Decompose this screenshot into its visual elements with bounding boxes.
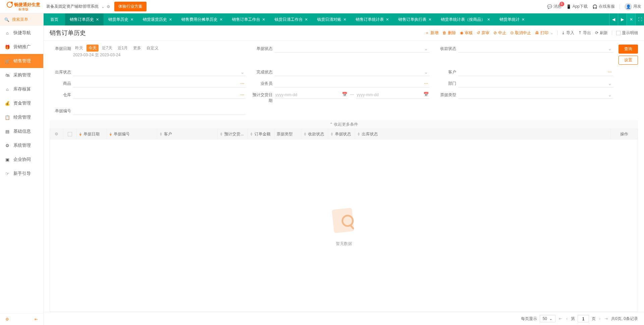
date-quick-3[interactable]: 近1月: [116, 45, 130, 52]
expect-date-from[interactable]: [275, 91, 348, 99]
page-input[interactable]: [578, 315, 589, 322]
date-quick-4[interactable]: 更多: [131, 45, 143, 52]
tab-10[interactable]: 销货单统计表（按商品）✕: [436, 13, 495, 25]
close-icon[interactable]: ✕: [220, 17, 223, 22]
collapse-filters[interactable]: ⌃ 收起更多条件: [50, 120, 638, 129]
filter-no-input[interactable]: [73, 107, 246, 115]
sidebar-search[interactable]: 🔍 搜索菜单: [0, 13, 43, 26]
calendar-icon[interactable]: 📅: [423, 92, 429, 97]
filter-pay-select[interactable]: [458, 45, 613, 53]
tab-4[interactable]: 销售费用分摊单历史✕: [177, 13, 227, 25]
tab-6[interactable]: 钱货日清工作台✕: [270, 13, 312, 25]
close-icon[interactable]: ✕: [386, 17, 389, 22]
settings-icon[interactable]: ⚙: [5, 317, 9, 322]
action-refresh[interactable]: ⟳刷新: [595, 30, 608, 36]
th-pay[interactable]: ▲▼收款状态: [301, 129, 328, 139]
messages-button[interactable]: 💬 消息 6: [547, 4, 562, 9]
filter-inv-select[interactable]: [458, 91, 613, 99]
date-quick-1[interactable]: 今天: [86, 45, 99, 52]
tabs-scroll-right[interactable]: ▶: [618, 13, 627, 25]
th-amt[interactable]: ▲▼订单金额: [248, 129, 275, 139]
close-icon[interactable]: ✕: [130, 17, 133, 22]
page-prev[interactable]: ‹: [566, 316, 568, 321]
sidebar-item-3[interactable]: 🛍采购管理: [0, 68, 43, 82]
sidebar-item-4[interactable]: ⌂库存核算: [0, 82, 43, 96]
th-date[interactable]: ▲▼单据日期: [77, 129, 107, 139]
action-export[interactable]: ⤒导出: [578, 30, 591, 36]
tab-3[interactable]: 销货退货历史✕: [138, 13, 177, 25]
sidebar-item-6[interactable]: 📋经营管理: [0, 110, 43, 124]
th-ostat[interactable]: ▲▼单据状态: [328, 129, 355, 139]
tab-11[interactable]: 销货单统计✕: [495, 13, 529, 25]
online-service-button[interactable]: 🎧 在线客服: [592, 4, 615, 9]
user-menu[interactable]: 👤 用友: [625, 3, 641, 10]
date-quick-2[interactable]: 近7天: [100, 45, 114, 52]
tab-7[interactable]: 钱货日清对账✕: [312, 13, 351, 25]
sidebar-item-7[interactable]: ▤基础信息: [0, 124, 43, 138]
filter-wh-picker[interactable]: [73, 91, 246, 99]
close-icon[interactable]: ✕: [487, 17, 490, 22]
action-audit[interactable]: ◉审核: [460, 30, 473, 36]
tab-9[interactable]: 销售订单执行表✕: [394, 13, 436, 25]
tab-2[interactable]: 销货单历史✕: [104, 13, 138, 25]
close-icon[interactable]: ✕: [169, 17, 172, 22]
app-download-button[interactable]: 📱 App下载: [566, 4, 588, 9]
close-icon[interactable]: ✕: [522, 17, 525, 22]
filter-sales-picker[interactable]: [275, 79, 429, 87]
action-unstop[interactable]: ⊙取消中止: [510, 30, 531, 36]
query-button[interactable]: 查询: [619, 45, 638, 54]
sidebar-item-8[interactable]: ⚙系统管理: [0, 138, 43, 152]
tabs-fullscreen[interactable]: ⛶: [635, 13, 644, 25]
action-stop[interactable]: ⊘中止: [493, 30, 506, 36]
th-out[interactable]: ▲▼出库状态: [355, 129, 611, 139]
tab-8[interactable]: 销售订单统计表✕: [351, 13, 394, 25]
system-selector[interactable]: 装备及固定资产辅助管理系统 ⌄: [46, 4, 105, 9]
close-icon[interactable]: ✕: [96, 17, 99, 22]
action-print[interactable]: 🖶打印⌄: [535, 30, 553, 36]
filter-prod-picker[interactable]: [73, 79, 246, 87]
tab-1[interactable]: 销售订单历史✕: [65, 13, 104, 25]
calendar-icon[interactable]: 📅: [342, 92, 347, 97]
sidebar-item-2[interactable]: 🛒销售管理: [0, 54, 43, 68]
tab-0[interactable]: 首页: [44, 13, 65, 25]
filter-status-select[interactable]: [275, 45, 429, 53]
page-last[interactable]: ⇥: [604, 316, 608, 321]
industry-button[interactable]: 体验行业方案: [114, 2, 147, 11]
sidebar-item-9[interactable]: ▣企业协同: [0, 152, 43, 167]
filter-cust-picker[interactable]: [458, 68, 613, 76]
th-cust[interactable]: ▲▼客户: [157, 129, 218, 139]
close-icon[interactable]: ✕: [428, 17, 431, 22]
close-icon[interactable]: ✕: [305, 17, 308, 22]
th-ptype[interactable]: 票据类型: [275, 129, 301, 139]
close-icon[interactable]: ✕: [343, 17, 346, 22]
action-show-detail[interactable]: 显示明细: [616, 30, 638, 36]
tabs-close-all[interactable]: ✕: [627, 13, 635, 25]
gear-icon[interactable]: ⚙: [107, 4, 110, 9]
th-deliv[interactable]: ▲▼预计交货...: [218, 129, 248, 139]
sidebar-item-1[interactable]: 🎁营销推广: [0, 40, 43, 54]
select-all-checkbox[interactable]: [63, 129, 77, 139]
sidebar-item-0[interactable]: ⌂快捷导航: [0, 26, 43, 40]
action-abandon[interactable]: ↺弃审: [477, 30, 489, 36]
collapse-sidebar-icon[interactable]: ⇤: [35, 317, 38, 322]
filter-done-select[interactable]: [275, 68, 429, 76]
action-delete[interactable]: 🗑删除: [443, 30, 456, 36]
page-size-select[interactable]: 50⌄: [540, 315, 555, 322]
sidebar-item-10[interactable]: ☞新手引导: [0, 167, 43, 181]
page-next[interactable]: ›: [598, 316, 601, 321]
date-quick-5[interactable]: 自定义: [144, 45, 161, 52]
filter-dept-select[interactable]: [458, 79, 613, 87]
tabs-scroll-left[interactable]: ◀: [609, 13, 618, 25]
filter-out-select[interactable]: [73, 68, 246, 76]
action-import[interactable]: ⤓导入: [562, 30, 574, 36]
sidebar-item-5[interactable]: 💰资金管理: [0, 96, 43, 110]
expect-date-to[interactable]: [356, 91, 429, 99]
column-settings[interactable]: ⚙: [50, 129, 63, 139]
date-quick-0[interactable]: 昨天: [73, 45, 85, 52]
th-no[interactable]: ▲▼单据编号: [107, 129, 157, 139]
tab-5[interactable]: 销售订单工作台✕: [227, 13, 270, 25]
page-first[interactable]: ⇤: [558, 316, 563, 321]
action-new[interactable]: ＋新增: [425, 30, 438, 36]
close-icon[interactable]: ✕: [262, 17, 265, 22]
setting-button[interactable]: 设置: [619, 56, 638, 65]
